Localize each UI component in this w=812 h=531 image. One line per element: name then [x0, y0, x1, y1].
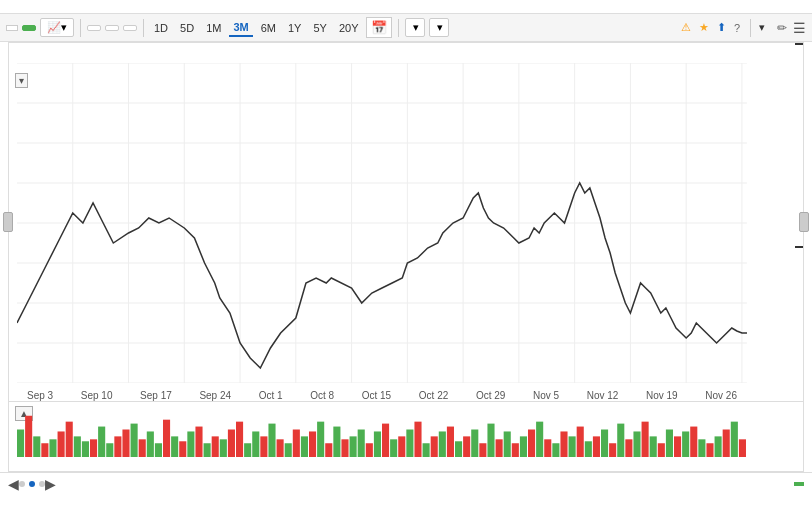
chevron-down-icon: ▾ — [759, 21, 765, 33]
chart-type-button[interactable]: 📈▾ — [40, 18, 74, 37]
period-1d[interactable]: 1D — [150, 20, 172, 36]
hamburger-icon[interactable]: ☰ — [793, 20, 806, 36]
period-3m[interactable]: 3M — [229, 19, 252, 37]
svg-rect-50 — [244, 443, 251, 457]
view-dropdown[interactable]: ▾ — [429, 18, 449, 37]
svg-rect-101 — [658, 443, 665, 457]
svg-rect-77 — [463, 436, 470, 457]
help-button[interactable]: ? — [734, 22, 742, 34]
svg-rect-25 — [41, 443, 48, 457]
watch-button[interactable]: ★ — [699, 21, 711, 34]
svg-rect-72 — [423, 443, 430, 457]
svg-rect-100 — [650, 436, 657, 457]
svg-rect-108 — [715, 436, 722, 457]
svg-rect-91 — [577, 427, 584, 457]
divider1 — [80, 19, 81, 37]
x-oct1: Oct 1 — [259, 390, 283, 401]
svg-rect-58 — [309, 431, 316, 457]
svg-rect-84 — [520, 436, 527, 457]
x-axis: Sep 3 Sep 10 Sep 17 Sep 24 Oct 1 Oct 8 O… — [17, 390, 747, 401]
svg-rect-80 — [487, 424, 494, 457]
green-value-box — [794, 482, 804, 486]
svg-rect-87 — [544, 439, 551, 457]
period-6m[interactable]: 6M — [257, 20, 280, 36]
tools-button[interactable] — [105, 25, 119, 31]
svg-rect-104 — [682, 431, 689, 457]
go-button[interactable] — [22, 25, 36, 31]
svg-rect-37 — [139, 439, 146, 457]
svg-rect-103 — [674, 436, 681, 457]
svg-rect-28 — [66, 422, 73, 457]
x-nov26: Nov 26 — [705, 390, 737, 401]
svg-rect-69 — [398, 436, 405, 457]
period-5y[interactable]: 5Y — [309, 20, 330, 36]
settings-button[interactable] — [123, 25, 137, 31]
alerts-button[interactable]: ⚠ — [681, 21, 693, 34]
svg-rect-75 — [447, 427, 454, 457]
divider3 — [398, 19, 399, 37]
period-5d[interactable]: 5D — [176, 20, 198, 36]
svg-rect-79 — [479, 443, 486, 457]
svg-rect-111 — [739, 439, 746, 457]
page-dot-1 — [19, 481, 25, 487]
svg-rect-62 — [341, 439, 348, 457]
symbol-input[interactable] — [6, 25, 18, 31]
x-nov19: Nov 19 — [646, 390, 678, 401]
svg-rect-47 — [220, 439, 227, 457]
svg-rect-61 — [333, 427, 340, 457]
svg-rect-23 — [25, 416, 32, 457]
svg-rect-42 — [179, 441, 186, 457]
period-1m[interactable]: 1M — [202, 20, 225, 36]
calendar-button[interactable]: 📅 — [366, 17, 392, 38]
templates-button[interactable]: ▾ — [759, 21, 765, 34]
svg-rect-45 — [204, 443, 211, 457]
svg-rect-39 — [155, 443, 162, 457]
period-20y[interactable]: 20Y — [335, 20, 363, 36]
svg-rect-78 — [471, 430, 478, 458]
svg-rect-76 — [455, 441, 462, 457]
svg-rect-35 — [122, 430, 129, 458]
svg-rect-106 — [698, 439, 705, 457]
study-button[interactable] — [87, 25, 101, 31]
svg-rect-52 — [260, 436, 267, 457]
svg-rect-54 — [277, 439, 284, 457]
svg-rect-26 — [49, 439, 56, 457]
svg-rect-92 — [585, 441, 592, 457]
svg-rect-74 — [439, 431, 446, 457]
svg-rect-32 — [98, 427, 105, 457]
x-sep24: Sep 24 — [199, 390, 231, 401]
svg-rect-107 — [706, 443, 713, 457]
svg-rect-33 — [106, 443, 113, 457]
prev-arrow[interactable]: ◀ — [8, 476, 19, 492]
x-sep17: Sep 17 — [140, 390, 172, 401]
y-axis — [748, 43, 803, 401]
svg-rect-110 — [731, 422, 738, 457]
svg-rect-63 — [350, 436, 357, 457]
x-oct22: Oct 22 — [419, 390, 448, 401]
svg-rect-65 — [366, 443, 373, 457]
svg-rect-73 — [431, 436, 438, 457]
svg-rect-88 — [552, 443, 559, 457]
interval-dropdown[interactable]: ▾ — [405, 18, 425, 37]
pencil-icon[interactable]: ✏ — [777, 21, 787, 35]
page-dot-2 — [29, 481, 35, 487]
svg-rect-41 — [171, 436, 178, 457]
svg-rect-64 — [358, 430, 365, 458]
svg-rect-43 — [187, 431, 194, 457]
svg-rect-95 — [609, 443, 616, 457]
svg-rect-34 — [114, 436, 121, 457]
share-button[interactable]: ⬆ — [717, 21, 728, 34]
x-oct8: Oct 8 — [310, 390, 334, 401]
next-arrow[interactable]: ▶ — [45, 476, 56, 492]
alert-icon: ⚠ — [681, 21, 691, 34]
x-nov5: Nov 5 — [533, 390, 559, 401]
left-handle[interactable] — [3, 212, 13, 232]
x-sep10: Sep 10 — [81, 390, 113, 401]
svg-rect-49 — [236, 422, 243, 457]
svg-rect-89 — [560, 431, 567, 457]
svg-rect-57 — [301, 436, 308, 457]
chart-toolbar: 📈▾ 1D 5D 1M 3M 6M 1Y 5Y 20Y 📅 ▾ ▾ ⚠ ★ ⬆ … — [0, 13, 812, 42]
svg-rect-59 — [317, 422, 324, 457]
period-1y[interactable]: 1Y — [284, 20, 305, 36]
svg-rect-22 — [17, 430, 24, 458]
